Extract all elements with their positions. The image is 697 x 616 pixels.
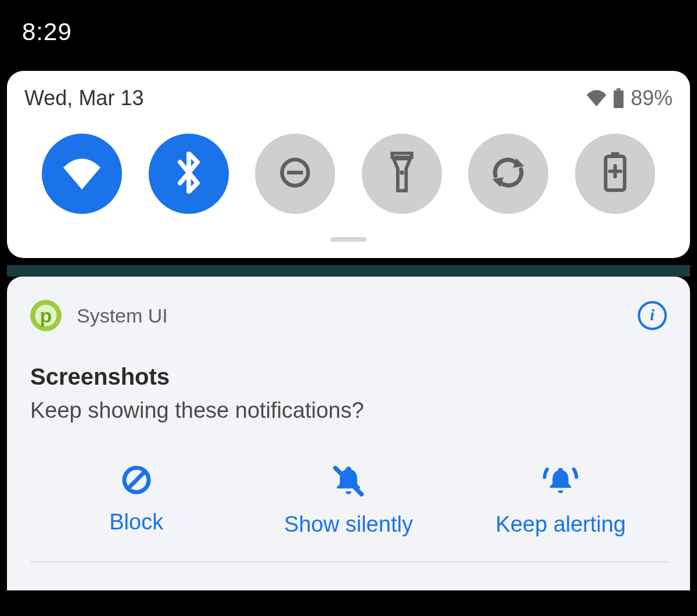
quick-settings-header: Wed, Mar 13 89%: [24, 86, 673, 110]
wallpaper-peek: [7, 265, 690, 277]
wifi-icon: [61, 156, 103, 192]
battery-saver-icon: [602, 152, 628, 195]
qs-date: Wed, Mar 13: [24, 86, 143, 110]
dnd-icon: [278, 155, 312, 192]
autorotate-icon: [489, 153, 527, 194]
wifi-status-icon: [587, 90, 606, 106]
flashlight-icon: [389, 152, 415, 196]
action-keep-alerting[interactable]: Keep alerting: [455, 464, 666, 537]
action-silent-label: Show silently: [284, 512, 413, 537]
notification-header: p System UI i: [30, 300, 667, 331]
notification-card: p System UI i Screenshots Keep showing t…: [7, 277, 690, 590]
svg-line-9: [127, 471, 145, 489]
info-icon: i: [650, 307, 655, 323]
svg-rect-0: [617, 88, 621, 90]
svg-point-5: [400, 170, 404, 175]
notification-title: Screenshots: [30, 364, 667, 390]
action-show-silently[interactable]: Show silently: [243, 464, 454, 537]
notification-divider: [30, 561, 667, 563]
quick-settings-panel: Wed, Mar 13 89%: [7, 71, 690, 258]
status-bar: 8:29: [0, 0, 697, 64]
action-block[interactable]: Block: [31, 464, 242, 537]
bell-alert-icon: [542, 464, 579, 504]
bell-silent-icon: [331, 464, 366, 504]
notification-app-name: System UI: [77, 305, 168, 327]
notification-app: p System UI: [30, 300, 168, 331]
battery-status-icon: [613, 88, 624, 108]
svg-rect-4: [392, 153, 412, 157]
action-alert-label: Keep alerting: [495, 512, 626, 537]
bluetooth-icon: [175, 152, 203, 196]
qs-tile-row: [24, 110, 673, 231]
qs-drag-handle[interactable]: [330, 237, 367, 242]
qs-tile-bluetooth[interactable]: [149, 134, 229, 214]
qs-tile-wifi[interactable]: [42, 134, 122, 214]
qs-tile-dnd[interactable]: [255, 134, 335, 214]
battery-percent: 89%: [631, 86, 673, 110]
android-p-icon: p: [30, 300, 62, 331]
notification-info-button[interactable]: i: [638, 301, 667, 330]
status-time: 8:29: [22, 18, 72, 46]
qs-status-icons: 89%: [587, 86, 673, 110]
block-icon: [120, 464, 153, 502]
notification-text: Keep showing these notifications?: [30, 398, 667, 423]
svg-rect-1: [613, 90, 623, 108]
qs-tile-autorotate[interactable]: [468, 134, 548, 214]
qs-tile-battery-saver[interactable]: [575, 134, 655, 214]
qs-tile-flashlight[interactable]: [362, 134, 442, 214]
notification-actions: Block Show silently Keep alerting: [30, 464, 667, 546]
notification-body: Screenshots Keep showing these notificat…: [30, 364, 667, 423]
action-block-label: Block: [109, 510, 163, 535]
